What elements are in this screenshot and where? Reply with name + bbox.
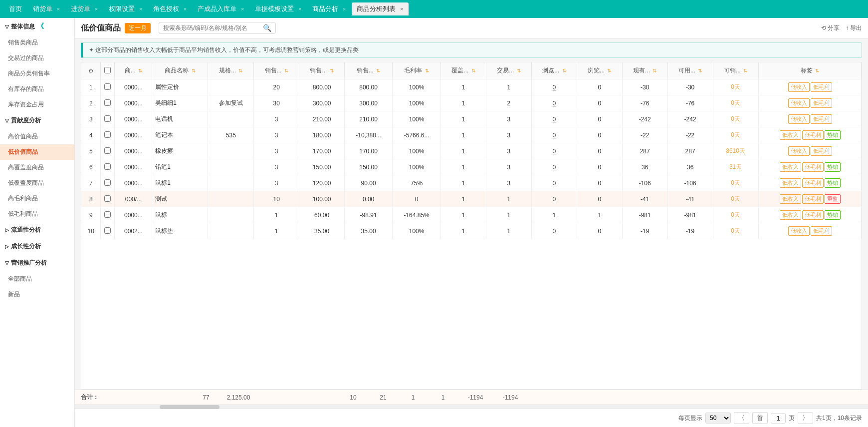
nav-item-templates[interactable]: 单据模板设置 × [250, 2, 306, 15]
th-trade[interactable]: 交易... ⇅ [486, 62, 531, 79]
scrollbar-thumb[interactable] [160, 405, 219, 409]
th-view1[interactable]: 浏览... ⇅ [531, 62, 577, 79]
nav-item-sales[interactable]: 销货单 × [28, 2, 65, 15]
sidebar-item-high-value[interactable]: 高价值商品 [0, 129, 74, 144]
data-table-wrapper[interactable]: ⚙ 商... ⇅ 商品名称 ⇅ 规格... ⇅ 销售... ⇅ 销售... ⇅ … [81, 62, 862, 390]
view1-value[interactable]: 0 [553, 116, 556, 123]
search-input[interactable] [163, 24, 263, 31]
row-checkbox[interactable] [104, 195, 111, 202]
time-filter-btn[interactable]: 近一月 [125, 23, 151, 33]
row-view1[interactable]: 1 [531, 207, 577, 223]
th-available[interactable]: 可用... ⇅ [667, 62, 713, 79]
row-checkbox-cell[interactable] [101, 127, 115, 143]
close-analysis-list-icon[interactable]: × [400, 6, 403, 12]
close-production-icon[interactable]: × [241, 6, 244, 12]
row-checkbox-cell[interactable] [101, 95, 115, 111]
row-checkbox-cell[interactable] [101, 79, 115, 95]
sidebar-item-new-products[interactable]: 新品 [0, 287, 74, 302]
row-checkbox[interactable] [104, 115, 111, 122]
view1-value[interactable]: 0 [553, 164, 556, 171]
sidebar-item-all-products[interactable]: 全部商品 [0, 271, 74, 287]
nav-item-analysis-list[interactable]: 商品分析列表 × [352, 2, 408, 15]
row-view1[interactable]: 0 [531, 175, 577, 191]
page-number-input[interactable] [771, 413, 786, 424]
row-checkbox[interactable] [104, 211, 111, 218]
sidebar-item-high-coverage[interactable]: 高覆盖度商品 [0, 160, 74, 175]
row-view1[interactable]: 0 [531, 191, 577, 207]
row-view1[interactable]: 0 [531, 111, 577, 127]
row-view1[interactable]: 0 [531, 79, 577, 95]
view1-value[interactable]: 0 [553, 196, 556, 203]
row-view1[interactable]: 0 [531, 95, 577, 111]
th-sale-qty[interactable]: 销售... ⇅ [254, 62, 299, 79]
close-permissions-icon[interactable]: × [139, 6, 142, 12]
sidebar-item-low-value[interactable]: 低价值商品 [0, 144, 74, 160]
row-view1[interactable]: 0 [531, 127, 577, 143]
th-coverage[interactable]: 覆盖... ⇅ [441, 62, 486, 79]
nav-item-home[interactable]: 首页 [4, 2, 27, 15]
row-checkbox[interactable] [104, 131, 111, 138]
sidebar-item-high-margin[interactable]: 高毛利商品 [0, 191, 74, 206]
sidebar-item-category-sales-rate[interactable]: 商品分类销售率 [0, 66, 74, 81]
per-page-select[interactable]: 50 100 200 [705, 413, 731, 424]
share-button[interactable]: ⟲ 分享 [821, 24, 840, 32]
collapse-icon[interactable]: 《 [37, 22, 44, 31]
next-page-btn[interactable]: 〉 [798, 412, 813, 424]
prev-page-btn[interactable]: 首 [752, 412, 768, 424]
nav-item-roles[interactable]: 角色授权 × [148, 2, 192, 15]
row-checkbox-cell[interactable] [101, 191, 115, 207]
export-button[interactable]: ↑ 导出 [846, 24, 862, 32]
close-purchase-icon[interactable]: × [95, 6, 98, 12]
row-checkbox[interactable] [104, 179, 111, 186]
row-checkbox[interactable] [104, 147, 111, 154]
sidebar-item-low-coverage[interactable]: 低覆盖度商品 [0, 175, 74, 191]
close-analysis-icon[interactable]: × [343, 6, 346, 12]
sidebar-item-sales-products[interactable]: 销售类商品 [0, 35, 74, 50]
view1-value[interactable]: 0 [553, 228, 556, 235]
row-checkbox-cell[interactable] [101, 111, 115, 127]
sidebar-item-capital-occupation[interactable]: 库存资金占用 [0, 97, 74, 112]
view1-value[interactable]: 1 [553, 212, 556, 219]
th-settings[interactable]: ⚙ [81, 62, 101, 79]
th-spec[interactable]: 规格... ⇅ [208, 62, 254, 79]
first-page-btn[interactable]: 〈 [734, 412, 749, 424]
sidebar-group-contribution[interactable]: ▽ 贡献度分析 [0, 112, 74, 129]
row-checkbox-cell[interactable] [101, 175, 115, 191]
search-icon[interactable]: 🔍 [263, 24, 271, 32]
view1-value[interactable]: 0 [553, 180, 556, 187]
row-view1[interactable]: 0 [531, 223, 577, 239]
sidebar-item-traded-products[interactable]: 交易过的商品 [0, 50, 74, 66]
row-checkbox-cell[interactable] [101, 223, 115, 239]
select-all-checkbox[interactable] [104, 67, 111, 73]
nav-item-analysis[interactable]: 商品分析 × [307, 2, 351, 15]
th-tags[interactable]: 标签 ⇅ [758, 62, 861, 79]
view1-value[interactable]: 0 [553, 84, 556, 91]
th-view2[interactable]: 浏览... ⇅ [577, 62, 622, 79]
th-checkbox[interactable] [101, 62, 115, 79]
row-checkbox-cell[interactable] [101, 143, 115, 159]
row-view1[interactable]: 0 [531, 143, 577, 159]
nav-item-production[interactable]: 产成品入库单 × [193, 2, 249, 15]
row-checkbox[interactable] [104, 83, 111, 90]
th-name[interactable]: 商品名称 ⇅ [152, 62, 208, 79]
th-saleable[interactable]: 可销... ⇅ [713, 62, 758, 79]
th-stock[interactable]: 现有... ⇅ [622, 62, 667, 79]
sidebar-group-marketing[interactable]: ▽ 营销推广分析 [0, 255, 74, 271]
nav-item-permissions[interactable]: 权限设置 × [104, 2, 147, 15]
sidebar-group-circulation[interactable]: ▷ 流通性分析 [0, 222, 74, 238]
row-checkbox[interactable] [104, 163, 111, 170]
sidebar-item-stock-products[interactable]: 有库存的商品 [0, 81, 74, 97]
th-code[interactable]: 商... ⇅ [115, 62, 152, 79]
row-checkbox[interactable] [104, 99, 111, 106]
th-sale-profit[interactable]: 销售... ⇅ [345, 62, 393, 79]
close-roles-icon[interactable]: × [184, 6, 187, 12]
view1-value[interactable]: 0 [553, 148, 556, 155]
row-checkbox-cell[interactable] [101, 207, 115, 223]
row-checkbox[interactable] [104, 227, 111, 234]
th-margin[interactable]: 毛利率 ⇅ [393, 62, 441, 79]
sidebar-item-low-margin[interactable]: 低毛利商品 [0, 206, 74, 222]
row-checkbox-cell[interactable] [101, 159, 115, 175]
th-sale-amount[interactable]: 销售... ⇅ [299, 62, 345, 79]
sidebar-group-growth[interactable]: ▷ 成长性分析 [0, 238, 74, 255]
row-view1[interactable]: 0 [531, 159, 577, 175]
